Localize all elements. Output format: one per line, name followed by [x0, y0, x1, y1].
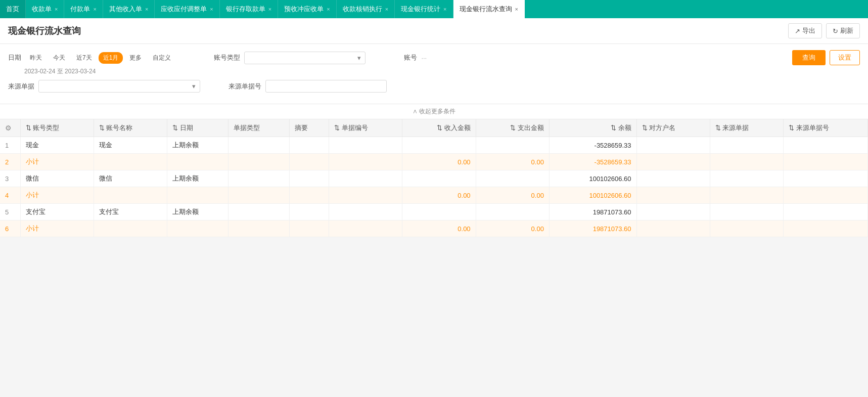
export-icon: ↗	[795, 27, 800, 35]
nav-tab-bank-deposit[interactable]: 银行存取款单 ×	[220, 0, 278, 18]
date-today[interactable]: 今天	[49, 52, 70, 64]
date-filter-group: 日期 昨天 今天 近7天 近1月 更多 自定义	[8, 52, 175, 64]
cell-source-doc	[710, 187, 783, 204]
nav-tab-prepayment[interactable]: 预收冲应收单 ×	[278, 0, 336, 18]
source-doc-num-input[interactable]	[265, 80, 387, 93]
close-icon[interactable]: ×	[210, 6, 213, 12]
close-icon[interactable]: ×	[268, 6, 271, 12]
filter-row-2: 来源单据 ▾ 来源单据号	[8, 80, 860, 93]
cell-balance: 100102606.60	[549, 170, 636, 187]
th-source-doc[interactable]: ⇅ 来源单据	[710, 119, 783, 137]
source-doc-num-label: 来源单据号	[229, 82, 261, 91]
source-doc-select[interactable]: ▾	[38, 80, 200, 93]
collapse-up-icon: ∧	[413, 108, 419, 115]
adjust-tab-label: 应收应付调整单	[161, 5, 207, 14]
cell-doc-type	[229, 204, 290, 220]
close-icon[interactable]: ×	[385, 6, 388, 12]
prepayment-tab-label: 预收冲应收单	[284, 5, 324, 14]
cell-source-doc-num	[784, 220, 868, 237]
cell-doc-type	[229, 220, 290, 237]
close-icon[interactable]: ×	[145, 6, 148, 12]
cell-balance: 100102606.60	[549, 187, 636, 204]
date-7days[interactable]: 近7天	[72, 52, 97, 64]
close-icon[interactable]: ×	[515, 6, 518, 12]
cell-counterpart	[636, 204, 710, 220]
filter-row-1: 日期 昨天 今天 近7天 近1月 更多 自定义 账号类型 ▾ 账号 ···	[8, 50, 860, 65]
header-actions: ↗ 导出 ↻ 刷新	[788, 23, 860, 38]
date-options: 昨天 今天 近7天 近1月 更多 自定义	[25, 52, 175, 64]
refresh-button[interactable]: ↻ 刷新	[826, 23, 860, 38]
date-yesterday[interactable]: 昨天	[25, 52, 47, 64]
settings-button[interactable]: 设置	[830, 50, 860, 65]
cell-account-name	[94, 187, 167, 204]
source-doc-filter-group: 来源单据 ▾	[8, 80, 200, 93]
date-1month[interactable]: 近1月	[99, 52, 123, 64]
collapse-bar[interactable]: ∧ 收起更多条件	[0, 104, 868, 119]
th-source-doc-num-label: ⇅ 来源单据号	[789, 124, 829, 131]
cell-source-doc-num	[784, 154, 868, 170]
row-number: 4	[0, 187, 20, 204]
th-expense[interactable]: ⇅ 支出金额	[476, 119, 549, 137]
th-summary: 摘要	[290, 119, 329, 137]
th-gear[interactable]: ⚙	[0, 119, 20, 137]
row-number: 1	[0, 137, 20, 154]
cell-account-name: 支付宝	[94, 204, 167, 220]
th-date-label: ⇅ 日期	[172, 124, 193, 131]
cell-doc-number	[329, 137, 402, 154]
cell-doc-type	[229, 170, 290, 187]
cell-income: 0.00	[402, 154, 476, 170]
cell-summary	[290, 170, 329, 187]
th-account-type[interactable]: ⇅ 账号类型	[20, 119, 94, 137]
table-body: 1现金现金上期余额-3528659.332小计0.000.00-3528659.…	[0, 137, 868, 237]
nav-tab-adjust[interactable]: 应收应付调整单 ×	[155, 0, 219, 18]
nav-tab-flow-query[interactable]: 现金银行流水查询 ×	[453, 0, 525, 18]
top-nav: 首页 收款单 × 付款单 × 其他收入单 × 应收应付调整单 × 银行存取款单 …	[0, 0, 868, 18]
gear-icon[interactable]: ⚙	[5, 124, 12, 132]
cell-expense: 0.00	[476, 187, 549, 204]
th-counterpart[interactable]: ⇅ 对方户名	[636, 119, 710, 137]
cell-counterpart	[636, 220, 710, 237]
refresh-label: 刷新	[840, 26, 853, 35]
th-balance[interactable]: ⇅ 余额	[549, 119, 636, 137]
export-button[interactable]: ↗ 导出	[788, 23, 822, 38]
cell-expense	[476, 137, 549, 154]
cell-doc-type	[229, 187, 290, 204]
th-source-doc-num[interactable]: ⇅ 来源单据号	[784, 119, 868, 137]
date-more[interactable]: 更多	[125, 52, 146, 64]
nav-tab-verification[interactable]: 收款核销执行 ×	[337, 0, 395, 18]
nav-tab-home[interactable]: 首页	[0, 0, 26, 18]
table-row: 2小计0.000.00-3528659.33	[0, 154, 868, 170]
th-account-type-label: ⇅ 账号类型	[26, 124, 60, 131]
cell-balance: 19871073.60	[549, 220, 636, 237]
th-doc-number[interactable]: ⇅ 单据编号	[329, 119, 402, 137]
close-icon[interactable]: ×	[443, 6, 446, 12]
date-custom[interactable]: 自定义	[148, 52, 175, 64]
nav-tab-stats[interactable]: 现金银行统计 ×	[395, 0, 453, 18]
refresh-icon: ↻	[833, 27, 838, 35]
close-icon[interactable]: ×	[93, 6, 96, 12]
chevron-down-icon: ▾	[192, 82, 196, 90]
cell-doc-number	[329, 170, 402, 187]
th-date[interactable]: ⇅ 日期	[167, 119, 229, 137]
data-table: ⚙ ⇅ 账号类型 ⇅ 账号名称 ⇅ 日期 单据类型 摘要 ⇅ 单	[0, 119, 868, 237]
th-balance-label: ⇅ 余额	[611, 124, 631, 131]
cell-account-type: 支付宝	[20, 204, 94, 220]
query-button[interactable]: 查询	[792, 50, 826, 65]
nav-tab-other-income[interactable]: 其他收入单 ×	[103, 0, 155, 18]
nav-tab-receipt[interactable]: 收款单 ×	[26, 0, 64, 18]
table-row: 4小计0.000.00100102606.60	[0, 187, 868, 204]
export-label: 导出	[802, 26, 815, 35]
cell-income	[402, 204, 476, 220]
th-income[interactable]: ⇅ 收入金额	[402, 119, 476, 137]
cell-date	[167, 187, 229, 204]
cell-source-doc	[710, 154, 783, 170]
cell-doc-number	[329, 154, 402, 170]
th-doc-type-label: 单据类型	[234, 124, 260, 131]
nav-tab-payment[interactable]: 付款单 ×	[64, 0, 103, 18]
account-type-filter-group: 账号类型 ▾	[214, 52, 366, 64]
close-icon[interactable]: ×	[327, 6, 330, 12]
account-more-icon[interactable]: ···	[421, 54, 427, 62]
th-account-name[interactable]: ⇅ 账号名称	[94, 119, 167, 137]
close-icon[interactable]: ×	[55, 6, 58, 12]
account-type-select[interactable]: ▾	[244, 52, 366, 64]
